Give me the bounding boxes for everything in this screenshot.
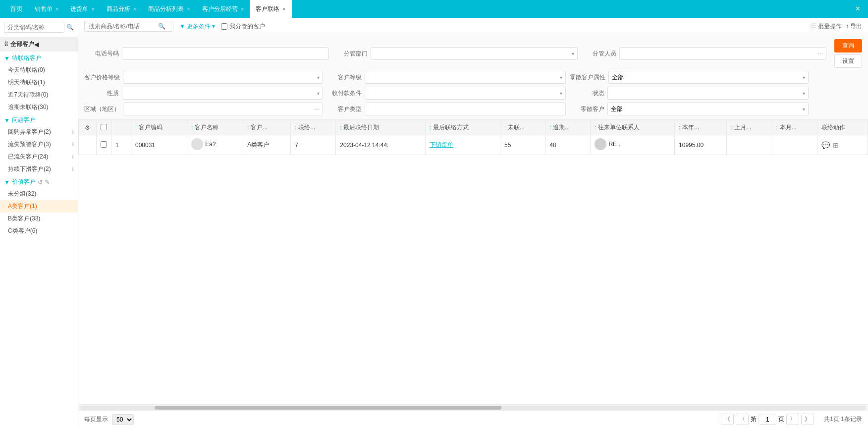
row-checkbox[interactable] (101, 141, 107, 148)
page-number-input[interactable] (759, 415, 776, 425)
sidebar-item-tomorrow[interactable]: 明天待联络(1) (0, 76, 78, 89)
nav-tab-analysis[interactable]: 商品分析 × (101, 0, 142, 18)
content-area: 🔍 ▼ 更多条件 ▾ 我分管的客户 ☰ 批量操作 ↑ 导出 (78, 18, 868, 428)
phone-input[interactable] (122, 47, 329, 60)
sidebar-item-churned[interactable]: 已流失客户(24) ℹ (0, 151, 78, 163)
nav-tab-purchase[interactable]: 进货单 × (64, 0, 100, 18)
batch-op-btn[interactable]: ☰ 批量操作 (811, 22, 842, 31)
sidebar-item-churn-warning[interactable]: 流失预警客户(3) ℹ (0, 138, 78, 151)
phone-text-input[interactable] (125, 50, 326, 57)
qr-icon[interactable]: ⊞ (833, 141, 839, 149)
horizontal-scrollbar[interactable] (78, 404, 868, 410)
close-analysis-list-tab[interactable]: × (187, 6, 190, 12)
pending-group-header[interactable]: ▼ 待联络客户 (0, 52, 78, 64)
sidebar-search-input[interactable] (4, 22, 64, 33)
scrollbar-thumb[interactable] (155, 406, 501, 410)
cell-check[interactable] (97, 135, 111, 155)
sidebar-item-ungrouped[interactable]: 未分组(32) (0, 188, 78, 200)
prev-page-btn[interactable]: 〈 (736, 414, 749, 425)
per-page-select[interactable]: 50 (112, 414, 134, 425)
cust-grade-select[interactable]: ▾ (365, 71, 566, 84)
close-contact-tab[interactable]: × (282, 6, 285, 12)
cell-last-method[interactable]: 下销货单 (426, 135, 500, 155)
status-caret-icon: ▾ (803, 91, 805, 96)
value-group-header[interactable]: ▼ 价值客户 ↺ ✎ (0, 175, 78, 188)
th-this-year[interactable]: :本年... (675, 120, 727, 135)
nav-tab-analysis-list[interactable]: 商品分析列表 × (142, 0, 196, 18)
search-icon[interactable]: 🔍 (158, 23, 165, 30)
value-group-refresh[interactable]: ↺ (38, 179, 43, 186)
manager-input[interactable]: ··· (619, 47, 826, 60)
th-last-method[interactable]: :最后联络方式 (426, 120, 500, 135)
th-gear[interactable]: ⚙ (79, 120, 97, 135)
th-name[interactable]: :客户名称 (187, 120, 243, 135)
th-code[interactable]: :客户编码 (131, 120, 187, 135)
payment-select[interactable]: ▾ (365, 87, 566, 100)
nav-tab-customer-segment[interactable]: 客户分层经营 × (196, 0, 250, 18)
all-customers-item[interactable]: ⠿ 全部客户 ◀ (0, 37, 78, 52)
problem-group-header[interactable]: ▼ 问题客户 (0, 113, 78, 126)
search-box[interactable]: 🔍 (84, 21, 173, 32)
search-input[interactable] (89, 23, 158, 30)
sidebar-item-7days[interactable]: 近7天待联络(0) (0, 89, 78, 101)
th-uncontacted[interactable]: :未联... (500, 120, 545, 135)
close-purchase-tab[interactable]: × (91, 6, 94, 12)
sidebar-item-declining[interactable]: 持续下滑客户(2) ℹ (0, 163, 78, 175)
cust-type-input[interactable] (365, 103, 566, 115)
select-all-checkbox[interactable] (101, 124, 107, 130)
dept-select[interactable]: ▾ (371, 47, 578, 60)
more-filters-btn[interactable]: ▼ 更多条件 ▾ (179, 22, 215, 31)
sidebar-item-repurchase-abnormal[interactable]: 回购异常客户(2) ℹ (0, 126, 78, 138)
cell-index: 1 (111, 135, 131, 155)
sidebar-item-overdue[interactable]: 逾期未联络(30) (0, 101, 78, 113)
export-btn[interactable]: ↑ 导出 (846, 22, 862, 31)
retail-cust-select[interactable]: 全部▾ (607, 103, 809, 115)
nav-tab-sales[interactable]: 销售单 × (29, 0, 64, 18)
th-unit-contact[interactable]: :往来单位联系人 (591, 120, 675, 135)
sidebar-item-c-class[interactable]: C类客户(6) (0, 225, 78, 237)
last-method-link[interactable]: 下销货单 (430, 141, 453, 148)
nav-tab-customer-contact[interactable]: 客户联络 × (250, 0, 291, 18)
cust-type-text[interactable] (368, 106, 562, 112)
th-last-date[interactable]: :最后联络日期 (336, 120, 426, 135)
th-overdue[interactable]: :逾期... (545, 120, 591, 135)
nature-select[interactable]: ▾ (122, 87, 323, 100)
filter-retail-attr: 零散客户属性 全部▾ (570, 71, 809, 84)
settings-button[interactable]: 设置 (834, 54, 862, 68)
window-close-button[interactable]: × (852, 4, 864, 13)
dept-label: 分管部门 (333, 50, 368, 58)
my-customers-filter[interactable]: 我分管的客户 (221, 22, 265, 31)
th-index (111, 120, 131, 135)
export-icon: ↑ (846, 23, 849, 30)
comment-icon[interactable]: 💬 (821, 141, 830, 149)
th-check[interactable] (97, 120, 111, 135)
info-icon-3: ℹ (72, 166, 74, 172)
th-contact-count[interactable]: :联络... (291, 120, 336, 135)
sidebar-item-b-class[interactable]: B类客户(33) (0, 213, 78, 225)
sidebar-item-a-class[interactable]: A类客户(1) (0, 200, 78, 213)
last-page-btn[interactable]: 》 (801, 414, 814, 425)
region-input[interactable]: ··· (123, 103, 323, 115)
close-sales-tab[interactable]: × (55, 6, 58, 12)
my-customers-checkbox[interactable] (221, 23, 227, 30)
next-page-btn[interactable]: 〉 (786, 414, 799, 425)
query-button[interactable]: 查询 (834, 39, 862, 53)
close-segment-tab[interactable]: × (241, 6, 244, 12)
collapse-all-icon[interactable]: ◀ (34, 41, 39, 48)
filter-region: 区域（地区） ··· (84, 103, 323, 115)
nav-home[interactable]: 首页 (4, 4, 29, 13)
close-analysis-tab[interactable]: × (133, 6, 136, 12)
phone-label: 电话号码 (84, 50, 119, 58)
first-page-btn[interactable]: 《 (721, 414, 734, 425)
retail-attr-select[interactable]: 全部▾ (608, 71, 809, 84)
manager-label: 分管人员 (582, 50, 616, 58)
status-label: 状态 (570, 89, 604, 98)
sidebar-item-today[interactable]: 今天待联络(0) (0, 64, 78, 76)
price-grade-select[interactable]: ▾ (123, 71, 323, 84)
value-group-edit[interactable]: ✎ (45, 178, 50, 186)
th-type[interactable]: :客户... (243, 120, 291, 135)
th-this-month[interactable]: :本月... (772, 120, 817, 135)
th-last-month[interactable]: :上月... (727, 120, 772, 135)
sidebar-search-icon[interactable]: 🔍 (66, 24, 74, 31)
status-select[interactable]: ▾ (607, 87, 809, 100)
